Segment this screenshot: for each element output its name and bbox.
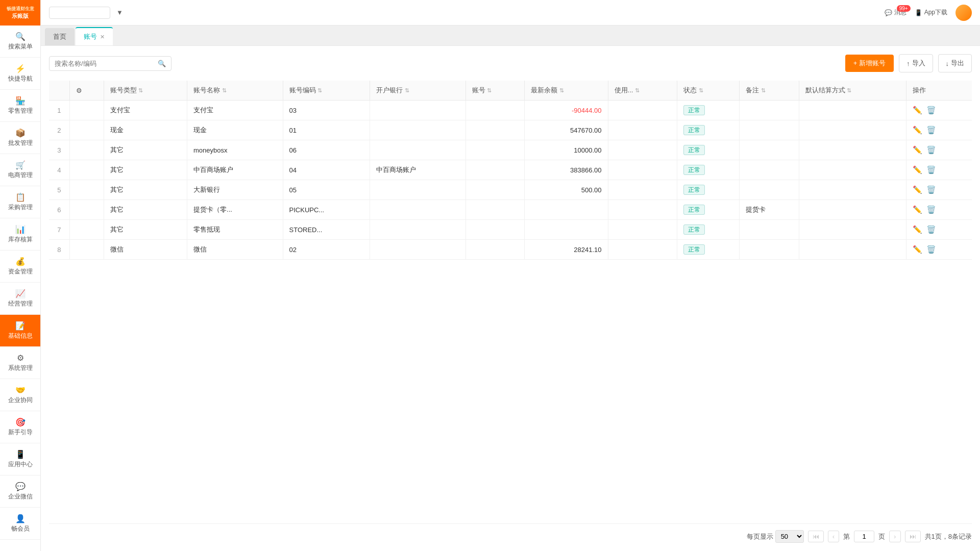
search-input[interactable] [55,60,155,67]
row-status: 正常 [677,101,740,120]
sort-icon-bank[interactable]: ⇅ [405,87,409,93]
row-usage [608,180,677,200]
col-header-remark[interactable]: 备注 ⇅ [740,81,799,101]
row-status: 正常 [677,220,740,240]
col-header-name[interactable]: 账号名称 ⇅ [187,81,283,101]
edit-icon[interactable]: ✏️ [913,225,922,234]
sidebar-item-wholesale[interactable]: 📦批发管理 [0,122,40,154]
row-default-pay [799,160,906,180]
sidebar-item-contract[interactable]: 🤝企业协同 [0,379,40,411]
col-header-account[interactable]: 账号 ⇅ [465,81,525,101]
user-avatar[interactable] [955,5,972,21]
sort-icon-code[interactable]: ⇅ [317,87,322,93]
sort-icon-account[interactable]: ⇅ [487,87,492,93]
row-actions: ✏️ 🗑️ [906,160,972,180]
sidebar-item-search[interactable]: 🔍搜索菜单 [0,26,40,58]
edit-icon[interactable]: ✏️ [913,205,922,214]
row-name: moneybosx [187,140,283,160]
sidebar-item-guide[interactable]: 🎯新手引导 [0,411,40,443]
row-number: 2 [49,120,69,140]
sort-icon-usage[interactable]: ⇅ [635,87,640,93]
import-button[interactable]: ↑ 导入 [899,54,933,72]
col-header-balance[interactable]: 最新余额 ⇅ [525,81,608,101]
delete-icon[interactable]: 🗑️ [926,145,936,155]
last-page-button[interactable]: ⏭ [905,531,921,542]
sidebar-item-system[interactable]: ⚙系统管理 [0,347,40,379]
delete-icon[interactable]: 🗑️ [926,165,936,174]
delete-icon[interactable]: 🗑️ [926,225,936,234]
sort-icon-remark[interactable]: ⇅ [761,87,766,93]
edit-icon[interactable]: ✏️ [913,185,922,194]
row-balance: 547670.00 [525,120,608,140]
sidebar-item-basic[interactable]: 📝基础信息 [0,315,40,347]
edit-icon[interactable]: ✏️ [913,126,922,135]
col-header-usage[interactable]: 使用... ⇅ [608,81,677,101]
add-account-button[interactable]: + 新增账号 [845,55,894,72]
col-header-bank[interactable]: 开户银行 ⇅ [370,81,466,101]
delete-icon[interactable]: 🗑️ [926,245,936,254]
row-status: 正常 [677,200,740,220]
next-page-button[interactable]: › [889,531,900,542]
row-bank [370,140,466,160]
sidebar-item-member[interactable]: 👤畅会员 [0,508,40,540]
sidebar-item-quicknav[interactable]: ⚡快捷导航 [0,58,40,90]
sidebar-item-appcenter[interactable]: 📱应用中心 [0,443,40,475]
delete-icon[interactable]: 🗑️ [926,185,936,194]
sidebar-icon-wechat: 💬 [2,482,38,491]
first-page-button[interactable]: ⏮ [808,531,824,542]
sidebar-item-ecommerce[interactable]: 🛒电商管理 [0,154,40,186]
row-code: 04 [283,160,370,180]
row-type: 其它 [104,180,187,200]
edit-icon[interactable]: ✏️ [913,106,922,115]
sidebar-item-inventory[interactable]: 📊库存核算 [0,218,40,251]
row-name: 支付宝 [187,101,283,120]
delete-icon[interactable]: 🗑️ [926,126,936,135]
sort-icon-type[interactable]: ⇅ [138,87,143,93]
sort-icon-balance[interactable]: ⇅ [559,87,564,93]
sidebar-item-purchase[interactable]: 📋采购管理 [0,186,40,218]
col-header-type[interactable]: 账号类型 ⇅ [104,81,187,101]
row-remark [740,160,799,180]
edit-icon[interactable]: ✏️ [913,245,922,254]
sidebar-item-retail[interactable]: 🏪零售管理 [0,90,40,122]
row-number: 8 [49,240,69,260]
col-header-status[interactable]: 状态 ⇅ [677,81,740,101]
sidebar-item-wechat[interactable]: 💬企业微信 [0,475,40,508]
app-download-button[interactable]: 📱 App下载 [915,8,947,17]
col-header-code[interactable]: 账号编码 ⇅ [283,81,370,101]
topbar-search-input[interactable] [49,7,110,19]
tab-home[interactable]: 首页 [45,28,75,45]
search-icon[interactable]: 🔍 [158,60,166,67]
topbar-right: 💬 消息 99+ 📱 App下载 [885,5,972,21]
row-usage [608,120,677,140]
col-header-default_pay[interactable]: 默认结算方式 ⇅ [799,81,906,101]
message-button[interactable]: 💬 消息 99+ [885,8,906,17]
export-button[interactable]: ↓ 导出 [938,54,972,72]
tab-close-account[interactable]: ✕ [100,34,105,40]
sort-icon-status[interactable]: ⇅ [699,87,703,93]
edit-icon[interactable]: ✏️ [913,165,922,174]
export-icon: ↓ [946,60,949,67]
row-status: 正常 [677,160,740,180]
delete-icon[interactable]: 🗑️ [926,106,936,115]
row-config [69,240,104,260]
prev-page-button[interactable]: ‹ [828,531,839,542]
delete-icon[interactable]: 🗑️ [926,205,936,214]
tab-account[interactable]: 账号✕ [76,27,113,45]
row-type: 其它 [104,220,187,240]
dropdown-arrow[interactable]: ▼ [116,9,123,16]
row-default-pay [799,240,906,260]
row-bank [370,200,466,220]
row-bank [370,120,466,140]
row-default-pay [799,120,906,140]
sidebar-item-operation[interactable]: 📈经营管理 [0,283,40,315]
tab-label-account: 账号 [84,32,97,41]
edit-icon[interactable]: ✏️ [913,145,922,155]
sidebar-item-finance[interactable]: 💰资金管理 [0,251,40,283]
sort-icon-name[interactable]: ⇅ [222,87,227,93]
row-status: 正常 [677,140,740,160]
row-config [69,180,104,200]
sort-icon-default_pay[interactable]: ⇅ [847,87,851,93]
page-input[interactable] [854,531,874,542]
page-size-select[interactable]: 50 100 200 [775,530,804,543]
